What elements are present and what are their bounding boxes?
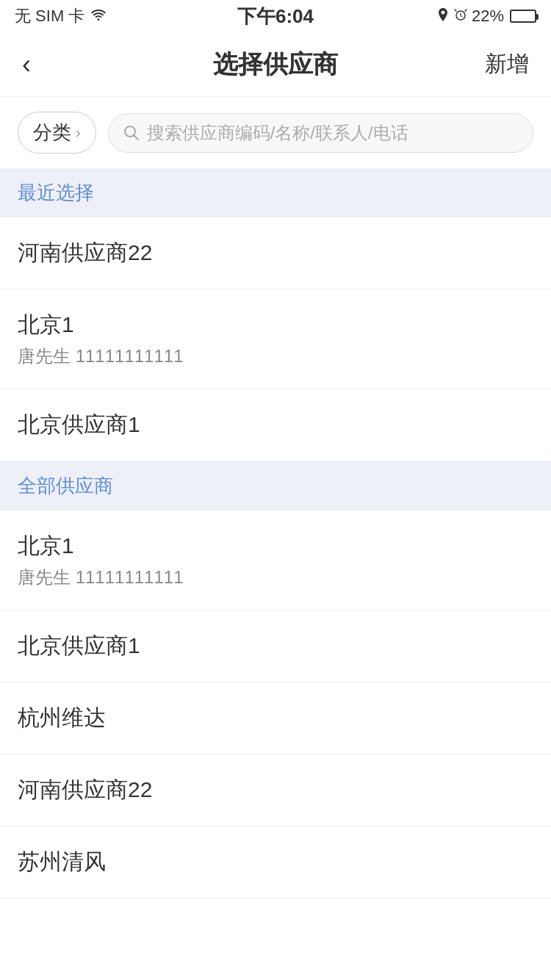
chevron-right-icon: › [76,124,81,141]
all-list-item[interactable]: 北京1唐先生 11111111111 [0,511,551,610]
all-list-item[interactable]: 苏州清风 [0,826,551,898]
recent-list-item[interactable]: 北京1唐先生 11111111111 [0,289,551,389]
alarm-icon [454,7,467,26]
all-list-item[interactable]: 杭州维达 [0,682,551,754]
no-sim-label: 无 SIM 卡 [15,5,84,27]
wifi-icon [90,7,107,26]
add-button[interactable]: 新增 [485,49,529,79]
filter-bar: 分类 › 搜索供应商编码/名称/联系人/电话 [0,97,551,168]
all-section-title: 全部供应商 [18,475,113,497]
search-box[interactable]: 搜索供应商编码/名称/联系人/电话 [108,113,533,153]
search-icon [123,125,140,141]
location-icon [436,7,450,26]
svg-line-2 [134,135,138,140]
status-right: 22% [436,7,536,26]
status-bar: 无 SIM 卡 下午6:04 22% [0,0,551,32]
item-name: 北京供应商1 [18,410,533,440]
all-section-header: 全部供应商 [0,461,551,511]
recent-list-item[interactable]: 北京供应商1 [0,389,551,461]
recent-section-header: 最近选择 [0,168,551,217]
item-name: 北京1 [18,531,533,561]
item-name: 杭州维达 [18,703,533,733]
all-items-list: 北京1唐先生 11111111111北京供应商1杭州维达河南供应商22苏州清风 [0,511,551,898]
item-name: 北京1 [18,310,533,340]
item-sub: 唐先生 11111111111 [18,345,533,368]
recent-items-list: 河南供应商22北京1唐先生 11111111111北京供应商1 [0,217,551,461]
status-time: 下午6:04 [237,4,314,29]
page-title: 选择供应商 [213,48,338,82]
search-placeholder: 搜索供应商编码/名称/联系人/电话 [147,121,408,145]
item-name: 河南供应商22 [18,238,533,268]
category-button[interactable]: 分类 › [18,112,96,154]
nav-bar: ‹ 选择供应商 新增 [0,32,551,97]
all-list-item[interactable]: 河南供应商22 [0,754,551,826]
battery-percent: 22% [472,7,504,26]
item-name: 北京供应商1 [18,631,533,661]
item-name: 河南供应商22 [18,775,533,805]
recent-section-title: 最近选择 [18,181,94,203]
battery-icon [510,10,536,23]
item-name: 苏州清风 [18,847,533,877]
item-sub: 唐先生 11111111111 [18,566,533,589]
back-button[interactable]: ‹ [22,49,66,80]
all-list-item[interactable]: 北京供应商1 [0,610,551,682]
recent-list-item[interactable]: 河南供应商22 [0,217,551,289]
category-label: 分类 [33,120,71,145]
status-left: 无 SIM 卡 [15,5,107,27]
